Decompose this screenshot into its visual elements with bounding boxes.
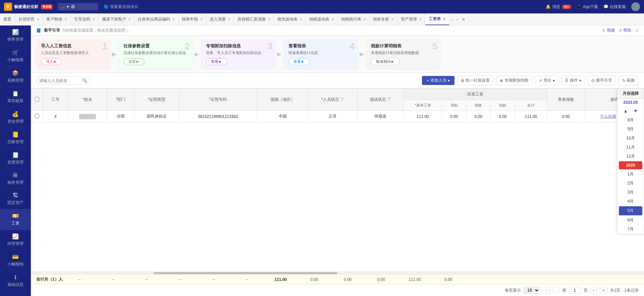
sidebar-item-operations[interactable]: 📈 经营管理 — [0, 230, 31, 250]
bell-icon: 🔔 — [546, 4, 551, 9]
first-page-button[interactable]: « — [542, 287, 550, 294]
message-button[interactable]: 🔔 消息 99+ — [546, 4, 571, 10]
month-picker-up[interactable]: ▲ — [621, 108, 630, 114]
sidebar-item-ledger[interactable]: 📒 总账管理 — [0, 128, 31, 149]
sidebar-item-ecommerce[interactable]: 🛒 小畅电商 — [0, 46, 31, 67]
sidebar-item-basic[interactable]: ℹ 基础信息 — [0, 271, 31, 291]
export-button[interactable]: ↗ 导出 ▾ — [535, 76, 558, 85]
sidebar-item-expense[interactable]: 💳 小畅报销 — [0, 250, 31, 271]
sidebar-item-finance[interactable]: 💰 资金管理 — [0, 108, 31, 128]
step-btn-4[interactable]: 查看► — [288, 58, 310, 65]
close-icon[interactable]: ✕ — [331, 17, 334, 21]
select-all-checkbox[interactable] — [35, 97, 39, 101]
month-item-5[interactable]: 5月 — [619, 206, 642, 215]
guide-banner: 📘 新手引导 5步快速完成设置，快去完善信息吧～ ⊙ 视频 ⊙ 帮助 ✕ — [31, 26, 644, 36]
tab-close-all[interactable]: ✕ — [460, 13, 467, 25]
refresh-button[interactable]: ↻ 刷新 — [619, 76, 639, 85]
close-icon[interactable]: ✕ — [300, 17, 302, 21]
close-icon[interactable]: ✕ — [172, 17, 175, 21]
month-item-1[interactable]: 1月 — [618, 170, 644, 179]
month-item-8[interactable]: 8月 — [618, 116, 644, 125]
tab-salary[interactable]: 工资表 ✕ — [425, 13, 449, 25]
month-picker-down[interactable]: ▼ — [631, 108, 640, 114]
company-selector[interactable]: ... ▾ ⚙ — [58, 3, 98, 10]
personal-insurance-link[interactable]: 个人社保 — [600, 114, 616, 119]
table-container: 工号 *姓名 *部门 *证照类型 *证照号码 国籍（地区） *人员状态 ▽ 报送… — [31, 88, 644, 271]
tab-layered[interactable]: 分层经营 ✕ — [15, 13, 43, 25]
tab-home[interactable]: 首页 — [0, 13, 15, 25]
th-id-no: *证照号码 — [179, 89, 257, 111]
operations-button[interactable]: ☰ 操作 ▾ — [561, 76, 585, 85]
guide-button[interactable]: ⊙ 新手引导 — [588, 76, 616, 85]
settings-icon[interactable]: ⚙ — [71, 4, 75, 9]
step-btn-1[interactable]: 导入► — [41, 58, 62, 65]
month-item-10[interactable]: 10月 — [618, 134, 644, 143]
close-icon[interactable]: ✕ — [391, 17, 394, 21]
tab-tax-fluctuation[interactable]: 税负波动表 ✕ — [274, 13, 306, 25]
close-icon[interactable]: ✕ — [92, 17, 95, 21]
avatar[interactable] — [631, 2, 640, 11]
tab-assets[interactable]: 资产管理 ✕ — [397, 13, 425, 25]
last-page-button[interactable]: » — [600, 287, 607, 294]
sidebar-item-tax[interactable]: 🏛 税务管理 — [0, 169, 31, 189]
month-item-3[interactable]: 3月 — [618, 188, 644, 197]
close-icon[interactable]: ✕ — [64, 17, 67, 21]
page-size-select[interactable]: 10 20 50 — [524, 287, 540, 294]
tab-clearance[interactable]: 进入清册 ✕ — [206, 13, 234, 25]
sidebar-item-invoice[interactable]: 🧾 发票管理 — [0, 149, 31, 169]
close-icon[interactable]: ✕ — [200, 17, 203, 21]
tab-product-code[interactable]: 往来单位商品编码 ✕ — [135, 13, 178, 25]
page-input[interactable] — [569, 287, 581, 294]
filter-icon-report[interactable]: ▽ — [387, 97, 391, 102]
month-item-12[interactable]: 12月 — [618, 152, 644, 161]
close-icon[interactable]: ✕ — [37, 17, 39, 21]
tab-tax-expert[interactable]: 税收专家 ✕ — [370, 13, 397, 25]
sidebar-item-inventory[interactable]: 📋 库存核算 — [0, 87, 31, 108]
month-item-11[interactable]: 11月 — [618, 143, 644, 152]
tab-customer[interactable]: 客户联络 ✕ — [43, 13, 71, 25]
month-item-4[interactable]: 4月 — [618, 197, 644, 206]
month-item-9[interactable]: 9月 — [618, 125, 644, 134]
month-item-year-badge[interactable]: 2025 — [619, 161, 642, 169]
guide-close-icon[interactable]: ✕ — [635, 28, 639, 33]
tab-invite[interactable]: 邀请下游客户 ✕ — [99, 13, 135, 25]
step-btn-3[interactable]: 查看► — [206, 58, 227, 65]
close-icon[interactable]: ✕ — [363, 17, 366, 21]
add-person-button[interactable]: + 添加人员 ▾ — [422, 76, 454, 85]
guide-video-link[interactable]: ⊙ 视频 — [602, 28, 614, 33]
unified-settings-button[interactable]: ⊞ 统一社保设置 — [457, 76, 493, 85]
month-item-6[interactable]: 6月 — [618, 216, 644, 225]
step-num-1: 1 — [102, 41, 107, 52]
row-checkbox[interactable] — [35, 114, 39, 118]
next-page-button[interactable]: › — [590, 287, 597, 294]
sidebar-item-sales[interactable]: 📊 销售管理 — [0, 26, 31, 46]
special-deduction-button[interactable]: ⊕ 专项附加扣除 — [496, 76, 532, 85]
step-btn-2[interactable]: 设置► — [123, 58, 145, 65]
close-icon[interactable]: ✕ — [268, 17, 270, 21]
month-item-7[interactable]: 7月 — [618, 225, 644, 234]
close-icon[interactable]: ✕ — [128, 17, 131, 21]
sidebar-item-salary[interactable]: 💴 工资 — [0, 209, 31, 230]
demo-link[interactable]: 🔵 我要看实例演示 — [104, 4, 138, 10]
tab-tax-stats[interactable]: 纳税统计表 ✕ — [338, 13, 370, 25]
month-item-2[interactable]: 2月 — [618, 179, 644, 188]
filter-icon-status[interactable]: ▽ — [340, 97, 344, 102]
sidebar-item-assets[interactable]: 🏗 固定资产 — [0, 189, 31, 209]
tab-income-tax[interactable]: 所得税汇算清缴 ✕ — [234, 13, 274, 25]
guide-help-link[interactable]: ⊙ 帮助 — [619, 28, 631, 33]
sidebar-item-purchase[interactable]: 📦 采购管理 — [0, 67, 31, 87]
close-icon[interactable]: ✕ — [443, 17, 445, 21]
step-btn-5[interactable]: 敬请期待► — [371, 58, 399, 65]
tab-nav-next[interactable]: › — [454, 13, 460, 25]
app-download-button[interactable]: 📱 App下载 — [577, 4, 598, 10]
tab-guide[interactable]: 引导说明 ✕ — [71, 13, 99, 25]
prev-page-button[interactable]: ‹ — [553, 287, 559, 294]
sidebar-item-system[interactable]: ⚙ 系统管理 — [0, 291, 31, 296]
close-icon[interactable]: ✕ — [228, 17, 230, 21]
horizontal-scrollbar[interactable] — [31, 271, 644, 274]
close-icon[interactable]: ✕ — [419, 17, 422, 21]
tab-tax-wave[interactable]: 纳税波动表 ✕ — [306, 13, 338, 25]
service-button[interactable]: 💬 在线客服 — [603, 4, 626, 10]
tab-tax-report[interactable]: 税务申报 ✕ — [178, 13, 206, 25]
tab-nav-prev[interactable]: ‹ — [449, 13, 454, 25]
